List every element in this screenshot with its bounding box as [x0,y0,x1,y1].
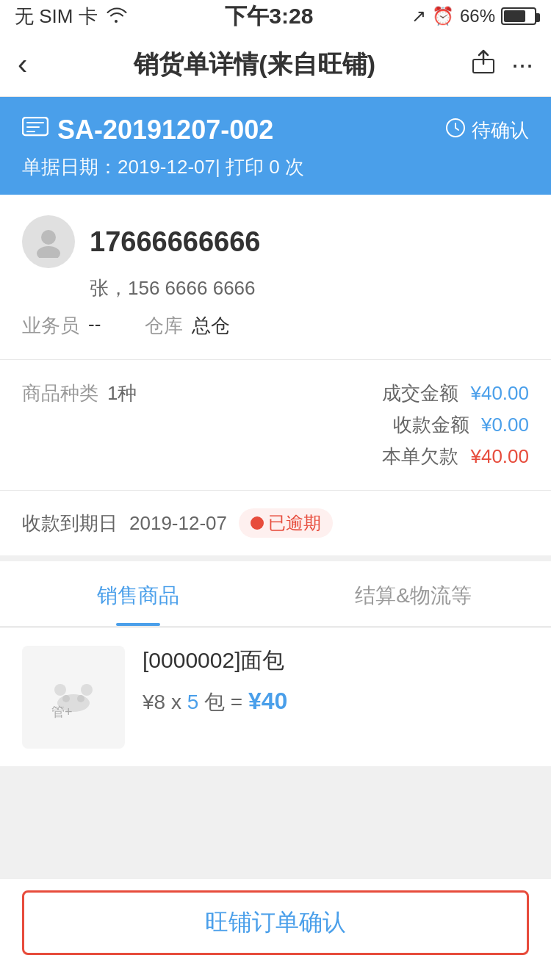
back-button[interactable]: ‹ [18,40,39,88]
customer-section: 17666666666 张，156 6666 6666 业务员 -- 仓库 总仓 [0,195,551,360]
status-bar: 无 SIM 卡 下午3:28 ↗ ⏰ 66% [0,0,551,32]
deal-amount-value: ¥40.00 [470,382,529,405]
svg-text:管+: 管+ [51,705,73,719]
battery-pct: 66% [460,6,495,26]
clock-icon [445,118,466,143]
summary-section: 商品种类 1种 成交金额 ¥40.00 收款金额 ¥0.00 本单欠款 ¥40.… [0,360,551,491]
customer-meta: 业务员 -- 仓库 总仓 [22,313,529,339]
product-thumbnail: 管+ [22,646,125,749]
nav-bar: ‹ 销货单详情(来自旺铺) ··· [0,32,551,97]
due-date: 2019-12-07 [129,512,227,535]
wifi-icon [105,5,127,28]
product-item: 管+ [0000002]面包 ¥8 x 5 包 = ¥40 [22,646,529,749]
owed-amount-row: 本单欠款 ¥40.00 [382,444,529,469]
avatar [22,215,75,268]
owed-amount-value: ¥40.00 [470,445,529,468]
order-icon [22,115,48,145]
deal-amount-row: 成交金额 ¥40.00 [382,381,529,406]
warehouse-meta: 仓库 总仓 [145,313,230,339]
alarm-icon: ⏰ [432,6,454,26]
svg-point-9 [77,695,84,702]
svg-point-6 [81,684,93,696]
confirm-order-button[interactable]: 旺铺订单确认 [22,890,529,955]
summary-right: 成交金额 ¥40.00 收款金额 ¥0.00 本单欠款 ¥40.00 [382,381,529,469]
product-price: ¥8 x 5 包 = ¥40 [143,688,529,716]
overdue-badge: 已逾期 [239,508,333,538]
sales-meta: 业务员 -- [22,313,101,339]
status-time: 下午3:28 [225,1,313,32]
page-title: 销货单详情(来自旺铺) [39,48,470,82]
warehouse-label: 仓库 [145,313,183,339]
location-icon: ↗ [411,6,426,26]
carrier-text: 无 SIM 卡 [15,4,98,29]
sales-label: 业务员 [22,313,79,339]
product-type: 商品种类 1种 [22,381,137,406]
status-left: 无 SIM 卡 [15,4,127,29]
order-id-row: SA-20191207-002 待确认 [22,115,529,145]
nav-actions: ··· [470,48,533,81]
svg-point-4 [37,246,60,258]
status-right: ↗ ⏰ 66% [411,6,536,26]
battery-icon [501,7,536,25]
customer-row: 17666666666 [22,215,529,268]
product-info: [0000002]面包 ¥8 x 5 包 = ¥40 [143,646,529,716]
customer-phone: 17666666666 [90,226,260,258]
warehouse-value: 总仓 [192,313,230,339]
svg-point-8 [62,695,70,702]
svg-point-3 [41,230,56,245]
due-section: 收款到期日 2019-12-07 已逾期 [0,491,551,561]
sales-value: -- [88,313,101,339]
share-button[interactable] [470,48,497,81]
order-status: 待确认 [445,118,529,143]
due-label: 收款到期日 [22,511,118,536]
summary-left: 商品种类 1种 [22,381,137,406]
bottom-bar: 旺铺订单确认 [0,878,551,980]
product-name: [0000002]面包 [143,646,529,676]
more-button[interactable]: ··· [511,49,533,80]
order-header: SA-20191207-002 待确认 单据日期：2019-12-07| 打印 … [0,97,551,195]
svg-point-5 [54,684,66,696]
tab-sales-products[interactable]: 销售商品 [0,561,276,626]
overdue-dot-icon [251,516,264,530]
tabs: 销售商品 结算&物流等 [0,561,551,627]
customer-name: 张，156 6666 6666 [90,275,529,301]
order-date: 单据日期：2019-12-07| 打印 0 次 [22,154,529,180]
tab-settlement[interactable]: 结算&物流等 [276,561,551,626]
received-amount-value: ¥0.00 [481,414,529,436]
order-id: SA-20191207-002 [22,115,273,145]
received-amount-row: 收款金额 ¥0.00 [393,412,529,438]
product-section: 管+ [0000002]面包 ¥8 x 5 包 = ¥40 [0,628,551,766]
